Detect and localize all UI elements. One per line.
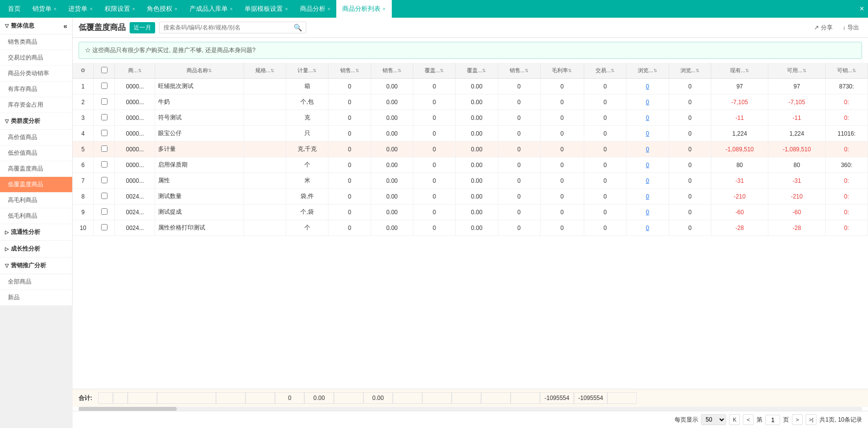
sidebar-section-marketing[interactable]: ▽ 营销推广分析 — [0, 257, 72, 274]
close-icon[interactable]: × — [285, 6, 288, 12]
row-select-checkbox[interactable] — [101, 130, 108, 136]
row-select-checkbox[interactable] — [101, 114, 108, 120]
sidebar-section-growth[interactable]: ▷ 成长性分析 — [0, 241, 72, 257]
sidebar-collapse-btn[interactable]: « — [63, 22, 67, 30]
nav-tab-analysis-list[interactable]: 商品分析列表 × — [336, 0, 391, 18]
sidebar-item-high-margin[interactable]: 高毛利商品 — [0, 193, 72, 208]
first-page-button[interactable]: K — [729, 414, 740, 425]
col-sales-amount[interactable]: 销售...⇅ — [371, 63, 413, 79]
row-view1[interactable]: 0 — [626, 204, 669, 220]
row-trade: 0 — [584, 142, 626, 157]
col-sales-count[interactable]: 销售...⇅ — [328, 63, 371, 79]
sidebar-item-stock-goods[interactable]: 有库存商品 — [0, 82, 72, 97]
nav-tab-analysis[interactable]: 商品分析 × — [294, 0, 336, 18]
close-icon[interactable]: × — [132, 6, 135, 12]
row-view1[interactable]: 0 — [626, 189, 669, 204]
col-cov1[interactable]: 覆盖...⇅ — [413, 63, 455, 79]
nav-tab-sales[interactable]: 销货单 × — [27, 0, 62, 18]
row-checkbox[interactable] — [94, 79, 115, 94]
row-view1[interactable]: 0 — [626, 79, 669, 94]
row-view1[interactable]: 0 — [626, 110, 669, 126]
col-saleable[interactable]: 可销...⇅ — [825, 63, 868, 79]
nav-tab-home[interactable]: 首页 — [2, 0, 27, 18]
row-checkbox[interactable] — [94, 173, 115, 189]
row-checkbox[interactable] — [94, 94, 115, 110]
col-sales-gross[interactable]: 销售...⇅ — [498, 63, 540, 79]
row-view1[interactable]: 0 — [626, 142, 669, 157]
search-input[interactable] — [163, 24, 294, 31]
page-number-input[interactable] — [765, 415, 780, 425]
col-settings[interactable]: ⚙ — [73, 63, 94, 79]
sidebar-item-traded-goods[interactable]: 交易过的商品 — [0, 50, 72, 66]
row-view1[interactable]: 0 — [626, 220, 669, 236]
row-select-checkbox[interactable] — [101, 145, 108, 152]
row-view1[interactable]: 0 — [626, 157, 669, 173]
row-select-checkbox[interactable] — [101, 224, 108, 230]
nav-tab-products[interactable]: 产成品入库单 × — [184, 0, 239, 18]
row-checkbox[interactable] — [94, 189, 115, 204]
sidebar-item-all-goods[interactable]: 全部商品 — [0, 274, 72, 290]
col-spec[interactable]: 规格...⇅ — [244, 63, 286, 79]
horizontal-scrollbar[interactable] — [79, 407, 862, 411]
col-unit[interactable]: 计量...⇅ — [286, 63, 328, 79]
select-all-checkbox[interactable] — [101, 67, 108, 73]
col-trade[interactable]: 交易...⇅ — [584, 63, 626, 79]
close-icon[interactable]: × — [174, 6, 177, 12]
nav-tab-purchase[interactable]: 进货单 × — [62, 0, 98, 18]
sidebar-item-stock-fund[interactable]: 库存资金占用 — [0, 97, 72, 113]
sidebar-item-low-value[interactable]: 低价值商品 — [0, 145, 72, 161]
last-page-button[interactable]: >| — [806, 414, 816, 425]
col-name[interactable]: 商品名称⇅ — [155, 63, 244, 79]
export-button[interactable]: ↓ 导出 — [840, 22, 862, 33]
table-row: 9 0024... 测试提成 个,袋 0 0.00 0 0.00 0 0 0 0… — [73, 204, 868, 220]
per-page-select[interactable]: 50 100 200 — [701, 414, 726, 425]
close-icon[interactable]: × — [89, 6, 92, 12]
prev-page-button[interactable]: < — [743, 414, 754, 425]
close-icon[interactable]: × — [54, 6, 56, 12]
col-checkbox[interactable] — [94, 63, 115, 79]
nav-tab-permission[interactable]: 权限设置 × — [99, 0, 141, 18]
row-checkbox[interactable] — [94, 126, 115, 142]
close-icon[interactable]: × — [327, 6, 330, 12]
sidebar-section-cluster[interactable]: ▽ 类群度分析 — [0, 113, 72, 130]
col-gross-rate[interactable]: 毛利率⇅ — [540, 63, 584, 79]
col-view2[interactable]: 浏览...⇅ — [669, 63, 711, 79]
row-select-checkbox[interactable] — [101, 83, 108, 89]
row-checkbox[interactable] — [94, 220, 115, 236]
time-filter-button[interactable]: 近一月 — [130, 22, 155, 33]
sidebar-section-overall[interactable]: ▽ 整体信息 « — [0, 18, 72, 34]
sidebar-section-flow[interactable]: ▷ 流通性分析 — [0, 224, 72, 241]
row-select-checkbox[interactable] — [101, 208, 108, 215]
sidebar-item-low-coverage[interactable]: 低覆盖度商品 — [0, 177, 72, 193]
row-checkbox[interactable] — [94, 142, 115, 157]
sidebar-item-high-value[interactable]: 高价值商品 — [0, 130, 72, 145]
row-view1[interactable]: 0 — [626, 126, 669, 142]
col-view1[interactable]: 浏览...⇅ — [626, 63, 669, 79]
row-checkbox[interactable] — [94, 204, 115, 220]
sidebar-item-new-goods[interactable]: 新品 — [0, 290, 72, 306]
scrollbar-thumb[interactable] — [79, 407, 177, 411]
row-view1[interactable]: 0 — [626, 173, 669, 189]
sidebar-item-low-margin[interactable]: 低毛利商品 — [0, 208, 72, 224]
row-view1[interactable]: 0 — [626, 94, 669, 110]
sidebar-item-high-coverage[interactable]: 高覆盖度商品 — [0, 161, 72, 177]
share-button[interactable]: ↗ 分享 — [811, 22, 836, 33]
nav-tab-role[interactable]: 角色授权 × — [141, 0, 183, 18]
row-select-checkbox[interactable] — [101, 98, 108, 105]
row-select-checkbox[interactable] — [101, 177, 108, 183]
close-icon[interactable]: × — [230, 6, 233, 12]
next-page-button[interactable]: > — [792, 414, 803, 425]
sidebar-item-category-rate[interactable]: 商品分类动销率 — [0, 66, 72, 82]
row-select-checkbox[interactable] — [101, 161, 108, 168]
col-current[interactable]: 现有...⇅ — [711, 63, 768, 79]
close-icon[interactable]: × — [382, 6, 385, 12]
col-cov2[interactable]: 覆盖...⇅ — [456, 63, 498, 79]
row-checkbox[interactable] — [94, 157, 115, 173]
nav-tab-templates[interactable]: 单据模板设置 × — [239, 0, 294, 18]
col-available[interactable]: 可用...⇅ — [768, 63, 825, 79]
close-all-icon[interactable]: × — [860, 4, 864, 13]
row-checkbox[interactable] — [94, 110, 115, 126]
row-select-checkbox[interactable] — [101, 193, 108, 199]
sidebar-item-sales-goods[interactable]: 销售类商品 — [0, 34, 72, 50]
col-code[interactable]: 商...⇅ — [115, 63, 155, 79]
